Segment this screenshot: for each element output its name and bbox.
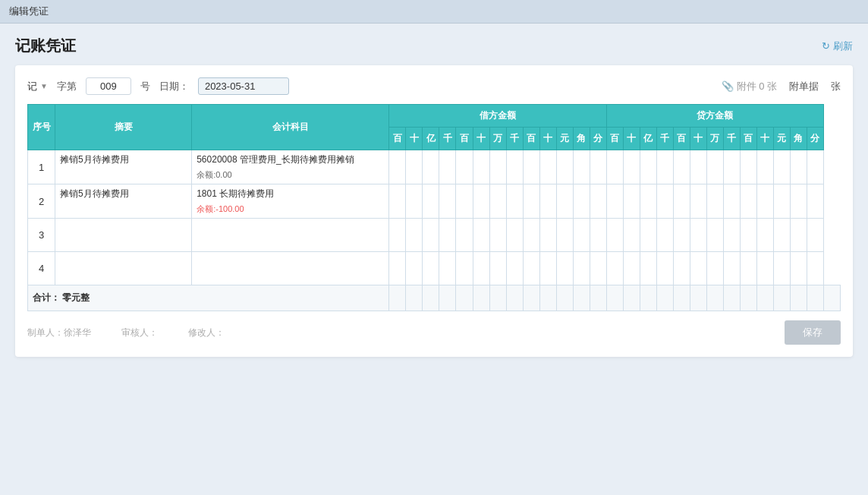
credit-cell[interactable] (706, 184, 723, 219)
row-summary[interactable] (55, 219, 192, 252)
voucher-type[interactable]: 记 ▼ (27, 80, 48, 93)
debit-cell[interactable] (523, 184, 539, 219)
row-account[interactable]: 1801 长期待摊费用余额:-100.00 (192, 184, 389, 219)
credit-cell[interactable] (723, 219, 740, 252)
refresh-button[interactable]: ↻ 刷新 (822, 39, 853, 53)
debit-cell[interactable] (456, 184, 473, 219)
debit-cell[interactable] (573, 219, 590, 252)
credit-cell[interactable] (690, 150, 706, 184)
attach-link[interactable]: 📎 附件 0 张 (722, 80, 777, 93)
credit-cell[interactable] (606, 252, 623, 285)
debit-cell[interactable] (556, 150, 573, 184)
credit-cell[interactable] (656, 184, 673, 219)
credit-cell[interactable] (640, 219, 656, 252)
debit-cell[interactable] (439, 150, 456, 184)
debit-cell[interactable] (539, 252, 556, 285)
credit-cell[interactable] (706, 150, 723, 184)
debit-cell[interactable] (539, 219, 556, 252)
credit-cell[interactable] (807, 252, 823, 285)
row-summary[interactable]: 摊销5月待摊费用 (55, 150, 192, 184)
debit-cell[interactable] (489, 150, 506, 184)
debit-cell[interactable] (523, 252, 539, 285)
debit-cell[interactable] (439, 252, 456, 285)
credit-cell[interactable] (790, 184, 807, 219)
credit-cell[interactable] (656, 252, 673, 285)
debit-cell[interactable] (456, 150, 473, 184)
debit-cell[interactable] (389, 219, 406, 252)
credit-cell[interactable] (640, 184, 656, 219)
debit-cell[interactable] (389, 150, 406, 184)
credit-cell[interactable] (640, 252, 656, 285)
credit-cell[interactable] (623, 219, 640, 252)
credit-cell[interactable] (706, 252, 723, 285)
save-button[interactable]: 保存 (785, 320, 841, 345)
row-summary[interactable]: 摊销5月待摊费用 (55, 184, 192, 219)
credit-cell[interactable] (623, 150, 640, 184)
debit-cell[interactable] (590, 150, 606, 184)
credit-cell[interactable] (740, 150, 756, 184)
credit-cell[interactable] (673, 252, 690, 285)
voucher-type-dropdown-icon[interactable]: ▼ (40, 82, 48, 90)
credit-cell[interactable] (706, 219, 723, 252)
credit-cell[interactable] (623, 184, 640, 219)
credit-cell[interactable] (640, 150, 656, 184)
credit-cell[interactable] (790, 150, 807, 184)
debit-cell[interactable] (573, 184, 590, 219)
credit-cell[interactable] (690, 184, 706, 219)
credit-cell[interactable] (790, 252, 807, 285)
debit-cell[interactable] (406, 252, 423, 285)
credit-cell[interactable] (756, 252, 773, 285)
debit-cell[interactable] (406, 219, 423, 252)
credit-cell[interactable] (740, 252, 756, 285)
debit-cell[interactable] (523, 219, 539, 252)
debit-cell[interactable] (423, 150, 439, 184)
credit-cell[interactable] (606, 150, 623, 184)
debit-cell[interactable] (539, 150, 556, 184)
credit-cell[interactable] (773, 252, 790, 285)
row-account[interactable] (192, 252, 389, 285)
debit-cell[interactable] (389, 184, 406, 219)
debit-cell[interactable] (489, 219, 506, 252)
debit-cell[interactable] (556, 219, 573, 252)
credit-cell[interactable] (773, 184, 790, 219)
debit-cell[interactable] (473, 219, 489, 252)
attach-sheets[interactable]: 附单据 (789, 80, 819, 93)
credit-cell[interactable] (656, 150, 673, 184)
credit-cell[interactable] (723, 150, 740, 184)
debit-cell[interactable] (590, 219, 606, 252)
credit-cell[interactable] (656, 219, 673, 252)
debit-cell[interactable] (506, 219, 523, 252)
credit-cell[interactable] (790, 219, 807, 252)
debit-cell[interactable] (590, 184, 606, 219)
debit-cell[interactable] (456, 219, 473, 252)
row-summary[interactable] (55, 252, 192, 285)
credit-cell[interactable] (807, 184, 823, 219)
debit-cell[interactable] (423, 219, 439, 252)
credit-cell[interactable] (773, 150, 790, 184)
debit-cell[interactable] (489, 184, 506, 219)
credit-cell[interactable] (807, 219, 823, 252)
debit-cell[interactable] (439, 184, 456, 219)
debit-cell[interactable] (389, 252, 406, 285)
credit-cell[interactable] (723, 184, 740, 219)
debit-cell[interactable] (506, 252, 523, 285)
row-account[interactable] (192, 219, 389, 252)
debit-cell[interactable] (423, 184, 439, 219)
credit-cell[interactable] (606, 219, 623, 252)
credit-cell[interactable] (723, 252, 740, 285)
credit-cell[interactable] (673, 150, 690, 184)
debit-cell[interactable] (406, 184, 423, 219)
credit-cell[interactable] (773, 219, 790, 252)
credit-cell[interactable] (623, 252, 640, 285)
credit-cell[interactable] (606, 184, 623, 219)
debit-cell[interactable] (539, 184, 556, 219)
debit-cell[interactable] (489, 252, 506, 285)
debit-cell[interactable] (406, 150, 423, 184)
debit-cell[interactable] (506, 150, 523, 184)
debit-cell[interactable] (473, 184, 489, 219)
debit-cell[interactable] (473, 150, 489, 184)
credit-cell[interactable] (740, 219, 756, 252)
credit-cell[interactable] (673, 219, 690, 252)
voucher-number-input[interactable] (86, 77, 131, 95)
debit-cell[interactable] (573, 150, 590, 184)
